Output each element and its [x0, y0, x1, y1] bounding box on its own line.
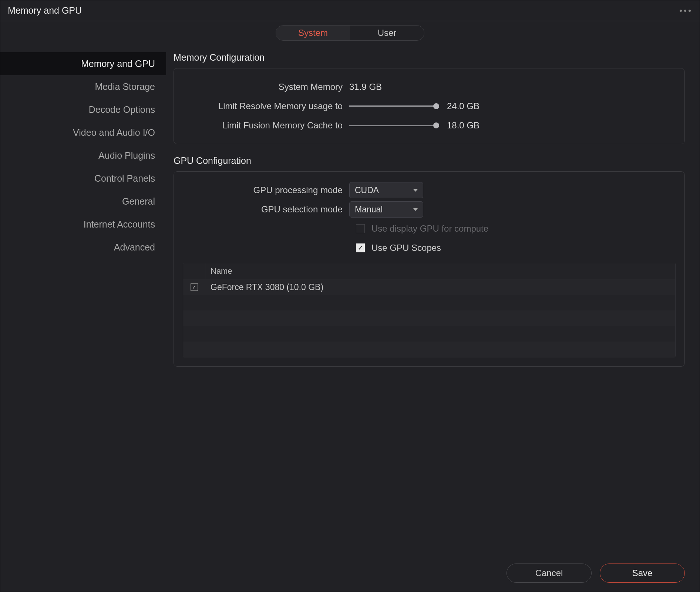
memory-section-title: Memory Configuration [174, 52, 685, 63]
system-memory-label: System Memory [183, 82, 349, 92]
resolve-memory-value: 24.0 GB [447, 101, 479, 111]
sidebar-item-label: Media Storage [95, 81, 155, 92]
memory-panel: System Memory 31.9 GB Limit Resolve Memo… [174, 68, 685, 144]
sidebar-item-label: Control Panels [94, 173, 155, 184]
sidebar-item-memory-gpu[interactable]: Memory and GPU [0, 52, 166, 75]
fusion-memory-value: 18.0 GB [447, 120, 479, 131]
window-title: Memory and GPU [8, 5, 82, 16]
gpu-processing-dropdown[interactable]: CUDA [349, 182, 423, 198]
tab-system[interactable]: System [276, 26, 350, 40]
fusion-memory-label: Limit Fusion Memory Cache to [183, 120, 349, 131]
sidebar-item-label: Memory and GPU [81, 58, 155, 69]
gpu-table: Name ✓ GeForce RTX 3080 (10.0 GB) [183, 263, 676, 357]
sidebar-item-internet-accounts[interactable]: Internet Accounts [0, 213, 166, 236]
gpu-table-row[interactable]: ✓ GeForce RTX 3080 (10.0 GB) [183, 279, 675, 295]
gpu-panel: GPU processing mode CUDA GPU selection m… [174, 171, 685, 367]
gpu-row-checkbox[interactable]: ✓ [191, 283, 198, 291]
gpu-selection-label: GPU selection mode [183, 204, 349, 215]
sidebar-item-label: Advanced [114, 242, 155, 253]
gpu-table-row-empty [183, 310, 675, 326]
dialog-footer: Cancel Save [0, 555, 700, 592]
sidebar-item-label: General [122, 196, 155, 207]
top-tab-bar: System User [0, 21, 700, 45]
tab-user[interactable]: User [350, 26, 424, 40]
save-button[interactable]: Save [600, 564, 685, 583]
sidebar-item-advanced[interactable]: Advanced [0, 236, 166, 259]
gpu-table-row-empty [183, 326, 675, 342]
chevron-down-icon [413, 189, 418, 192]
sidebar-item-audio-plugins[interactable]: Audio Plugins [0, 144, 166, 167]
chevron-down-icon [413, 208, 418, 211]
gpu-table-row-empty [183, 295, 675, 310]
gpu-scopes-checkbox[interactable]: ✓ [356, 243, 365, 252]
gpu-scopes-label: Use GPU Scopes [371, 243, 441, 253]
resolve-memory-label: Limit Resolve Memory usage to [183, 101, 349, 111]
resolve-memory-slider[interactable] [349, 105, 438, 107]
gpu-table-row-empty [183, 342, 675, 357]
more-icon[interactable] [680, 10, 692, 12]
cancel-button[interactable]: Cancel [507, 564, 592, 583]
display-gpu-label: Use display GPU for compute [371, 223, 488, 234]
gpu-row-name: GeForce RTX 3080 (10.0 GB) [205, 282, 323, 292]
sidebar-item-general[interactable]: General [0, 190, 166, 213]
sidebar-item-label: Internet Accounts [84, 219, 155, 230]
gpu-processing-label: GPU processing mode [183, 185, 349, 195]
sidebar: Memory and GPU Media Storage Decode Opti… [0, 45, 166, 555]
gpu-section-title: GPU Configuration [174, 155, 685, 166]
sidebar-item-media-storage[interactable]: Media Storage [0, 75, 166, 98]
system-memory-value: 31.9 GB [349, 82, 382, 92]
sidebar-item-label: Audio Plugins [98, 150, 155, 161]
sidebar-item-video-audio-io[interactable]: Video and Audio I/O [0, 121, 166, 144]
gpu-table-header-name: Name [205, 266, 232, 276]
sidebar-item-decode-options[interactable]: Decode Options [0, 98, 166, 121]
display-gpu-checkbox [356, 224, 365, 233]
titlebar: Memory and GPU [0, 0, 700, 21]
sidebar-item-control-panels[interactable]: Control Panels [0, 167, 166, 190]
gpu-processing-value: CUDA [355, 185, 379, 195]
sidebar-item-label: Decode Options [89, 104, 155, 115]
sidebar-item-label: Video and Audio I/O [73, 127, 155, 138]
fusion-memory-slider[interactable] [349, 125, 438, 126]
gpu-selection-value: Manual [355, 205, 383, 215]
gpu-selection-dropdown[interactable]: Manual [349, 201, 423, 218]
